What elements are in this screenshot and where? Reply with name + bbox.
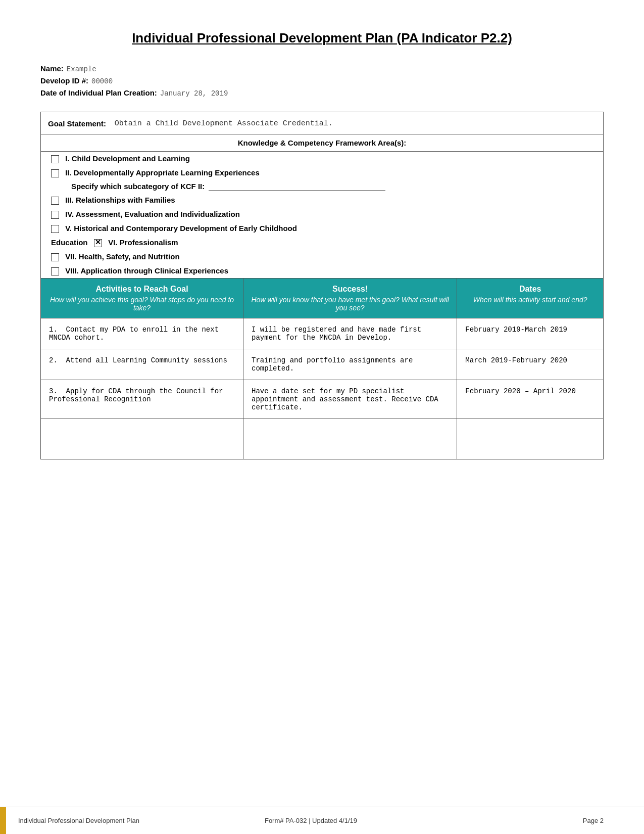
row-number-1: 1. xyxy=(49,326,66,334)
kcf-item-II-sub: Specify which subcategory of KCF II: xyxy=(41,180,604,193)
col3-header: Dates When will this activity start and … xyxy=(457,279,604,318)
checkbox-II[interactable] xyxy=(51,169,59,177)
page-container: Individual Professional Development Plan… xyxy=(0,0,644,834)
col1-sub: How will you achieve this goal? What ste… xyxy=(46,296,238,312)
kcf-item-III: III. Relationships with Families xyxy=(41,193,604,207)
empty-cell-2 xyxy=(243,419,457,459)
activities-header: Activities to Reach Goal How will you ac… xyxy=(41,279,604,318)
page-footer: Individual Professional Development Plan… xyxy=(0,807,644,834)
date-value: January 28, 2019 xyxy=(160,89,228,98)
empty-cell-3 xyxy=(457,419,604,459)
success-2: Training and portfolio assignments are c… xyxy=(243,349,457,380)
goal-label: Goal Statement: xyxy=(48,119,106,128)
kcf-label-VI: VI. Professionalism xyxy=(108,238,178,247)
kcf-label-VIII: VIII. Application through Clinical Exper… xyxy=(65,266,228,275)
table-row: 2. Attend all Learning Community session… xyxy=(41,349,604,380)
checkbox-V[interactable] xyxy=(51,225,59,233)
kcf-item-V: V. Historical and Contemporary Developme… xyxy=(41,221,604,236)
checkbox-III[interactable] xyxy=(51,197,59,205)
kcf-item-I: I. Child Development and Learning xyxy=(41,152,604,166)
checkbox-VI[interactable] xyxy=(94,239,102,247)
empty-row xyxy=(41,419,604,459)
col2-sub: How will you know that you have met this… xyxy=(249,296,452,312)
main-table: Goal Statement: Obtain a Child Developme… xyxy=(40,112,604,459)
develop-id-value: 00000 xyxy=(91,77,113,85)
date-label: Date of Individual Plan Creation: xyxy=(40,88,157,97)
kcf-label-I: I. Child Development and Learning xyxy=(65,154,190,163)
name-value: Example xyxy=(67,65,96,73)
dates-3: February 2020 – April 2020 xyxy=(457,380,604,419)
activity-3: 3. Apply for CDA through the Council for… xyxy=(41,380,243,419)
kcf-label-II: II. Developmentally Appropriate Learning… xyxy=(65,168,260,177)
kcf-header-row: Knowledge & Competency Framework Area(s)… xyxy=(41,134,604,152)
kcf-label-V: V. Historical and Contemporary Developme… xyxy=(65,224,297,233)
footer-left: Individual Professional Development Plan xyxy=(18,817,213,824)
col1-header: Activities to Reach Goal How will you ac… xyxy=(41,279,243,318)
row-number-3: 3. xyxy=(49,387,66,395)
activity-1: 1. Contact my PDA to enroll in the next … xyxy=(41,318,243,349)
col2-header: Success! How will you know that you have… xyxy=(243,279,457,318)
kcf-subcategory-field[interactable] xyxy=(209,182,385,191)
success-3: Have a date set for my PD specialist app… xyxy=(243,380,457,419)
footer-accent xyxy=(0,807,6,835)
dates-1: February 2019-March 2019 xyxy=(457,318,604,349)
checkbox-IV[interactable] xyxy=(51,211,59,219)
develop-id-field: Develop ID #: 00000 xyxy=(40,76,604,85)
dates-2: March 2019-February 2020 xyxy=(457,349,604,380)
name-label: Name: xyxy=(40,64,64,73)
goal-value: Obtain a Child Development Associate Cre… xyxy=(115,119,333,128)
kcf-item-IV: IV. Assessment, Evaluation and Individua… xyxy=(41,207,604,221)
kcf-header-cell: Knowledge & Competency Framework Area(s)… xyxy=(41,134,604,152)
kcf-item-VI: Education VI. Professionalism xyxy=(41,236,604,250)
name-field: Name: Example xyxy=(40,64,604,73)
develop-id-label: Develop ID #: xyxy=(40,76,88,85)
checkbox-I[interactable] xyxy=(51,155,59,163)
col2-main: Success! xyxy=(249,285,452,294)
empty-cell-1 xyxy=(41,419,243,459)
col3-main: Dates xyxy=(462,285,598,294)
activity-2: 2. Attend all Learning Community session… xyxy=(41,349,243,380)
page-title: Individual Professional Development Plan… xyxy=(40,30,604,46)
kcf-label-II-sub: Specify which subcategory of KCF II: xyxy=(71,182,385,191)
table-row: 1. Contact my PDA to enroll in the next … xyxy=(41,318,604,349)
footer-center: Form# PA-032 | Updated 4/1/19 xyxy=(213,817,408,824)
date-field: Date of Individual Plan Creation: Januar… xyxy=(40,88,604,98)
header-fields: Name: Example Develop ID #: 00000 Date o… xyxy=(40,64,604,98)
checkbox-VIII[interactable] xyxy=(51,267,59,275)
kcf-item-VII: VII. Health, Safety, and Nutrition xyxy=(41,250,604,264)
row-number-2: 2. xyxy=(49,356,66,364)
goal-cell: Goal Statement: Obtain a Child Developme… xyxy=(41,112,604,134)
col1-main: Activities to Reach Goal xyxy=(46,285,238,294)
kcf-label-VII: VII. Health, Safety, and Nutrition xyxy=(65,252,179,261)
kcf-item-VIII: VIII. Application through Clinical Exper… xyxy=(41,264,604,279)
col3-sub: When will this activity start and end? xyxy=(462,296,598,304)
kcf-label-III: III. Relationships with Families xyxy=(65,196,175,204)
kcf-item-II: II. Developmentally Appropriate Learning… xyxy=(41,166,604,180)
kcf-label-IV: IV. Assessment, Evaluation and Individua… xyxy=(65,210,240,218)
success-1: I will be registered and have made first… xyxy=(243,318,457,349)
checkbox-VII[interactable] xyxy=(51,253,59,261)
kcf-vi-prefix: Education xyxy=(51,238,88,247)
table-row: 3. Apply for CDA through the Council for… xyxy=(41,380,604,419)
footer-right: Page 2 xyxy=(409,817,644,824)
goal-row: Goal Statement: Obtain a Child Developme… xyxy=(41,112,604,134)
